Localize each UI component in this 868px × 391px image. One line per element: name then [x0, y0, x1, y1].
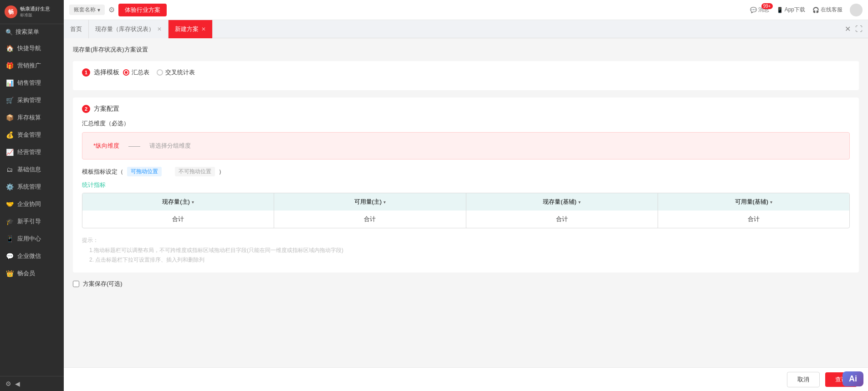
save-section: 方案保存(可选) — [73, 280, 859, 288]
purchase-icon: 🛒 — [5, 96, 14, 104]
col-available-aux-chevron[interactable]: ▾ — [770, 200, 772, 205]
tab-close-all-icon[interactable]: ✕ — [843, 23, 853, 35]
col-available-main[interactable]: 可用量(主) ▾ — [274, 193, 466, 211]
sidebar-item-operation[interactable]: 📈 经营管理 — [0, 144, 64, 161]
service-label: 在线客服 — [821, 6, 842, 14]
footer-bar: 取消 查询 — [64, 367, 868, 391]
account-selector[interactable]: 账套名称 ▾ — [69, 5, 105, 15]
stats-table-header: 现存量(主) ▾ 可用量(主) ▾ 现存量(基辅) ▾ 可用量(基辅) — [82, 193, 849, 211]
sidebar-item-label: 企业微信 — [17, 252, 41, 260]
sidebar-item-inventory[interactable]: 📦 库存核算 — [0, 109, 64, 126]
main-area: 账套名称 ▾ ⚙ 体验行业方案 💬 消息 99+ 📱 App下载 🎧 在线客服 — [64, 0, 868, 391]
non-draggable-badge: 不可拖动位置 — [175, 167, 215, 176]
summary-dim-label: 汇总维度（必选） — [82, 119, 850, 128]
cell-available-aux: 合计 — [658, 211, 849, 228]
finance-icon: 💰 — [5, 131, 14, 139]
stats-table-body: 合计 合计 合计 合计 — [82, 211, 849, 228]
sidebar-item-label: 资金管理 — [17, 131, 41, 139]
radio-summary[interactable]: 汇总表 — [123, 68, 149, 77]
sidebar-item-label: 基础信息 — [17, 165, 41, 174]
col-available-aux[interactable]: 可用量(基辅) ▾ — [658, 193, 849, 211]
cancel-button[interactable]: 取消 — [787, 372, 820, 387]
sidebar-item-vip[interactable]: 👑 畅会员 — [0, 265, 64, 282]
app-edition: 标准版 — [20, 12, 50, 18]
basic-icon: 🗂 — [5, 165, 14, 174]
tab-inventory-status[interactable]: 现存量（库存状况表） ✕ — [89, 20, 168, 38]
sidebar-item-newbie[interactable]: 🎓 新手引导 — [0, 213, 64, 230]
sidebar-item-shortcut[interactable]: 🏠 快捷导航 — [0, 40, 64, 57]
sidebar-item-system[interactable]: ⚙️ 系统管理 — [0, 178, 64, 196]
settings-icon[interactable]: ⚙ — [5, 380, 11, 387]
sidebar-item-label: 新手引导 — [17, 217, 41, 226]
col-present-aux[interactable]: 现存量(基辅) ▾ — [466, 193, 658, 211]
message-button[interactable]: 💬 消息 99+ — [750, 6, 769, 14]
sidebar-item-coop[interactable]: 🤝 企业协同 — [0, 196, 64, 213]
ai-badge[interactable]: Ai — [842, 371, 863, 386]
content-area: 现存量(库存状况表)方案设置 1 选择模板 汇总表 交叉统计表 — [64, 38, 868, 367]
col-present-aux-label: 现存量(基辅) — [543, 198, 577, 206]
sidebar-search[interactable]: 🔍 搜索菜单 — [0, 24, 64, 40]
chevron-down-icon: ▾ — [97, 7, 100, 13]
tab-inventory-close[interactable]: ✕ — [157, 26, 162, 32]
sidebar-item-appstore[interactable]: 📱 应用中心 — [0, 230, 64, 247]
col-present-aux-chevron[interactable]: ▾ — [578, 200, 581, 205]
tab-home[interactable]: 首页 — [64, 20, 89, 38]
col-available-main-chevron[interactable]: ▾ — [383, 200, 386, 205]
tips-title: 提示： — [82, 237, 98, 243]
sidebar-footer: ⚙ ◀ — [0, 376, 64, 391]
collapse-icon[interactable]: ◀ — [15, 380, 20, 387]
tab-new-plan[interactable]: 新建方案 ✕ — [168, 20, 213, 38]
sidebar-item-wechat[interactable]: 💬 企业微信 — [0, 247, 64, 265]
tab-new-plan-close[interactable]: ✕ — [201, 26, 206, 32]
radio-summary-circle — [123, 69, 129, 76]
indicator-close-paren: ） — [219, 168, 225, 176]
app-name-block: 畅康通好生意 标准版 — [20, 5, 50, 18]
sidebar: 畅 畅康通好生意 标准版 🔍 搜索菜单 🏠 快捷导航 🎁 营销推广 📊 销售管理… — [0, 0, 64, 391]
cell-present-aux: 合计 — [466, 211, 658, 228]
system-icon: ⚙️ — [5, 183, 14, 191]
page-title: 现存量(库存状况表)方案设置 — [73, 46, 859, 54]
sidebar-item-finance[interactable]: 💰 资金管理 — [0, 126, 64, 144]
sidebar-item-marketing[interactable]: 🎁 营销推广 — [0, 57, 64, 74]
radio-summary-label: 汇总表 — [132, 68, 149, 77]
col-present-main[interactable]: 现存量(主) ▾ — [82, 193, 274, 211]
tab-expand-icon[interactable]: ⛶ — [853, 23, 864, 35]
sidebar-nav: 🏠 快捷导航 🎁 营销推广 📊 销售管理 🛒 采购管理 📦 库存核算 💰 资金管… — [0, 40, 64, 376]
radio-cross[interactable]: 交叉统计表 — [157, 68, 195, 77]
sidebar-item-basic[interactable]: 🗂 基础信息 — [0, 161, 64, 178]
step2-badge: 2 — [82, 105, 90, 113]
appstore-icon: 📱 — [5, 235, 14, 243]
stats-table: 现存量(主) ▾ 可用量(主) ▾ 现存量(基辅) ▾ 可用量(基辅) — [82, 193, 850, 228]
sidebar-item-label: 采购管理 — [17, 96, 41, 104]
app-download-button[interactable]: 📱 App下载 — [776, 6, 805, 14]
step2-header: 2 方案配置 — [82, 105, 850, 113]
message-badge: 99+ — [761, 3, 773, 9]
sidebar-item-label: 企业协同 — [17, 200, 41, 208]
trial-industry-button[interactable]: 体验行业方案 — [118, 4, 167, 16]
search-icon: 🔍 — [5, 29, 13, 36]
topbar-right: 💬 消息 99+ 📱 App下载 🎧 在线客服 — [750, 4, 863, 16]
tab-home-label: 首页 — [70, 25, 82, 33]
save-label: 方案保存(可选) — [83, 280, 123, 288]
dim-placeholder[interactable]: 请选择分组维度 — [149, 142, 191, 150]
online-service-button[interactable]: 🎧 在线客服 — [812, 6, 842, 14]
gear-icon[interactable]: ⚙ — [108, 5, 115, 14]
app-download-label: App下载 — [785, 6, 805, 14]
user-avatar[interactable] — [850, 4, 863, 16]
tab-inventory-label: 现存量（库存状况表） — [95, 25, 154, 33]
sidebar-item-label: 畅会员 — [17, 269, 35, 278]
sidebar-search-label: 搜索菜单 — [15, 28, 39, 36]
indicator-settings: 统计指标 现存量(主) ▾ 可用量(主) ▾ 现存量(基辅) — [82, 181, 850, 228]
save-checkbox[interactable] — [73, 281, 79, 287]
sidebar-item-purchase[interactable]: 🛒 采购管理 — [0, 92, 64, 109]
col-present-main-chevron[interactable]: ▾ — [192, 200, 194, 205]
step2-title: 方案配置 — [94, 105, 119, 113]
step1-section: 1 选择模板 汇总表 交叉统计表 — [73, 61, 859, 90]
sidebar-item-sales[interactable]: 📊 销售管理 — [0, 74, 64, 92]
headset-icon: 🎧 — [812, 7, 819, 13]
marketing-icon: 🎁 — [5, 62, 14, 70]
tip-item-1: 1.拖动标题栏可以调整布局，不可跨维度或指标区域拖动栏目字段(只能在同一维度或指… — [82, 246, 850, 256]
tabs-controls: ✕ ⛶ — [843, 23, 868, 35]
app-logo-icon: 畅 — [5, 5, 17, 18]
inventory-icon: 📦 — [5, 113, 14, 122]
